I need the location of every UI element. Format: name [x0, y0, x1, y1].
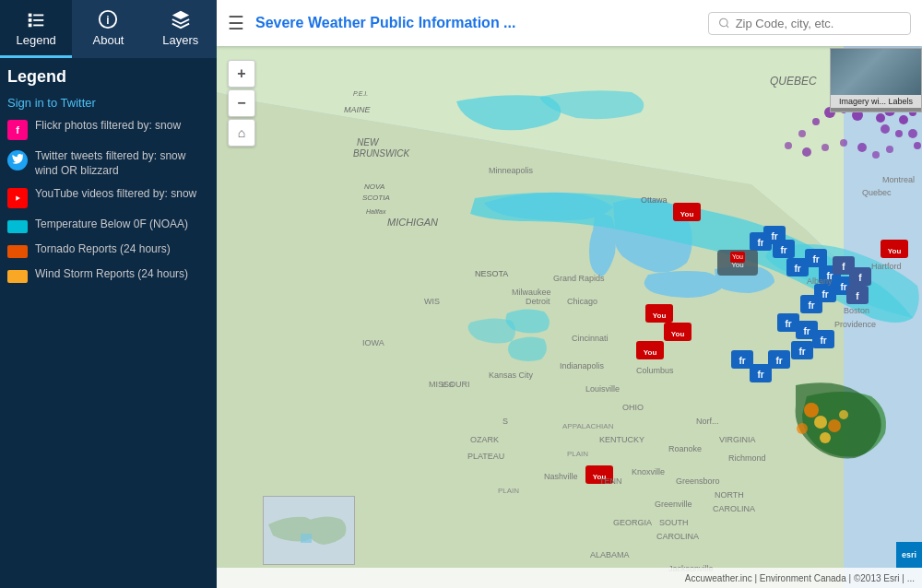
svg-point-9: [720, 18, 727, 26]
svg-text:WIS: WIS: [424, 297, 440, 306]
svg-text:Boston: Boston: [844, 306, 869, 315]
search-icon: [718, 17, 730, 29]
svg-text:OHIO: OHIO: [622, 403, 644, 412]
svg-text:TENN: TENN: [599, 476, 622, 486]
legend-tab-label: Legend: [16, 33, 55, 47]
svg-text:PLAIN: PLAIN: [567, 450, 588, 458]
search-box: [708, 12, 911, 35]
svg-text:i: i: [107, 13, 110, 26]
svg-text:CAROLINA: CAROLINA: [656, 532, 699, 541]
svg-point-19: [899, 115, 908, 124]
svg-text:Knoxville: Knoxville: [632, 467, 665, 476]
svg-text:Hartford: Hartford: [871, 262, 902, 271]
svg-text:fr: fr: [812, 254, 819, 265]
svg-text:QUEBEC: QUEBEC: [770, 75, 817, 88]
svg-text:Nashville: Nashville: [544, 472, 578, 481]
svg-rect-3: [33, 14, 43, 16]
svg-text:You: You: [671, 330, 685, 338]
svg-text:IOWA: IOWA: [362, 338, 384, 347]
svg-rect-5: [33, 24, 43, 26]
svg-text:SOUTH: SOUTH: [659, 518, 689, 527]
legend-item-storm: Wind Storm Reports (24 hours): [7, 267, 209, 283]
youtube-label: YouTube videos filtered by: snow: [35, 187, 196, 202]
svg-text:Grand Rapids: Grand Rapids: [553, 274, 605, 283]
london-thumb-label: Imagery wi... Labels: [831, 95, 921, 108]
svg-text:KENTUCKY: KENTUCKY: [599, 435, 644, 444]
inset-map[interactable]: [263, 496, 355, 565]
menu-icon[interactable]: ☰: [228, 12, 244, 34]
sidebar-content: Legend Sign in to Twitter f Flickr photo…: [0, 58, 217, 588]
tab-about[interactable]: i About: [72, 0, 144, 58]
svg-text:fr: fr: [739, 356, 745, 366]
svg-point-32: [872, 151, 880, 159]
svg-text:fr: fr: [808, 300, 814, 311]
svg-text:Providence: Providence: [834, 320, 876, 329]
twitter-label: Twitter tweets filtered by: snow wind OR…: [35, 149, 209, 178]
svg-text:NESOTA: NESOTA: [475, 269, 508, 278]
svg-text:NEW: NEW: [357, 137, 380, 147]
svg-text:You: You: [644, 348, 657, 357]
about-tab-icon: i: [98, 9, 118, 29]
svg-rect-4: [33, 19, 43, 21]
svg-text:Halifax: Halifax: [366, 208, 386, 215]
svg-point-28: [802, 147, 811, 157]
tab-layers[interactable]: Layers: [145, 0, 217, 58]
svg-text:Ottawa: Ottawa: [641, 195, 668, 205]
twitter-signin-link[interactable]: Sign in to Twitter: [7, 96, 209, 110]
svg-text:Montreal: Montreal: [882, 175, 915, 184]
svg-point-148: [839, 410, 848, 419]
svg-text:Greenville: Greenville: [655, 500, 692, 509]
svg-text:GEORGIA: GEORGIA: [613, 518, 652, 527]
youtube-icon: [7, 188, 28, 208]
tab-legend[interactable]: Legend: [0, 0, 72, 58]
svg-text:ALABAMA: ALABAMA: [590, 550, 630, 559]
svg-text:You: You: [888, 247, 902, 255]
svg-point-22: [881, 124, 890, 134]
sidebar-tabs: Legend i About Layers: [0, 0, 217, 58]
svg-text:Greensboro: Greensboro: [676, 476, 720, 486]
svg-text:fr: fr: [798, 347, 805, 357]
svg-point-147: [828, 419, 841, 432]
svg-text:fr: fr: [820, 335, 826, 346]
zoom-out-button[interactable]: −: [228, 89, 255, 117]
map-area[interactable]: ☰ Severe Weather Public Information ... …: [217, 0, 922, 588]
zoom-in-button[interactable]: +: [228, 60, 255, 88]
svg-rect-2: [29, 23, 32, 27]
svg-text:Detroit: Detroit: [526, 297, 550, 306]
svg-text:You: You: [680, 210, 694, 218]
about-tab-label: About: [93, 33, 124, 47]
svg-text:fr: fr: [757, 370, 763, 380]
svg-text:fr: fr: [780, 245, 786, 255]
svg-line-10: [727, 25, 728, 27]
svg-text:fr: fr: [803, 326, 810, 336]
svg-text:fr: fr: [757, 238, 763, 248]
svg-text:PLATEAU: PLATEAU: [467, 452, 504, 461]
svg-text:APPALACHIAN: APPALACHIAN: [562, 422, 614, 430]
home-button[interactable]: ⌂: [228, 119, 255, 147]
map-attribution: Accuweather.inc | Environment Canada | ©…: [217, 568, 922, 588]
svg-text:fr: fr: [840, 282, 846, 292]
svg-text:PLAIN: PLAIN: [498, 487, 519, 495]
svg-text:CAROLINA: CAROLINA: [713, 504, 755, 513]
svg-point-24: [908, 129, 917, 138]
legend-item-tornado: Tornado Reports (24 hours): [7, 242, 209, 258]
search-input[interactable]: [736, 17, 901, 30]
svg-point-33: [886, 146, 893, 153]
legend-tab-icon: [26, 9, 46, 29]
svg-text:fr: fr: [785, 319, 791, 329]
tornado-label: Tornado Reports (24 hours): [35, 242, 171, 257]
sidebar: Legend i About Layers Legend Sign in to …: [0, 0, 217, 588]
svg-text:fr: fr: [794, 264, 800, 274]
svg-text:fr: fr: [775, 356, 782, 366]
svg-point-26: [798, 130, 806, 137]
svg-text:Kansas City: Kansas City: [489, 370, 534, 380]
london-thumbnail[interactable]: Imagery wi... Labels: [830, 48, 922, 112]
svg-text:Albany: Albany: [807, 276, 833, 286]
legend-item-youtube: YouTube videos filtered by: snow: [7, 187, 209, 208]
svg-text:fr: fr: [771, 231, 777, 241]
svg-point-31: [857, 143, 867, 152]
layers-tab-label: Layers: [162, 33, 198, 47]
svg-point-17: [876, 113, 885, 123]
svg-text:Minneapolis: Minneapolis: [489, 166, 534, 175]
svg-text:fr: fr: [822, 289, 828, 300]
